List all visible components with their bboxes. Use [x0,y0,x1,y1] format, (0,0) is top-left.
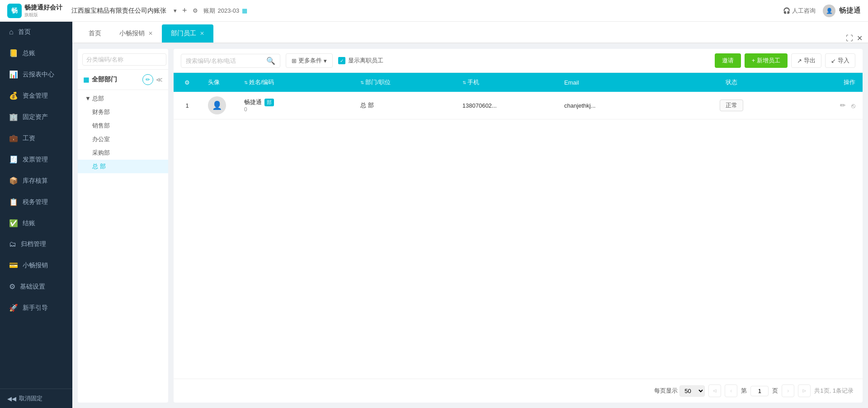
sidebar-item-xiaochang[interactable]: 💳 小畅报销 [0,255,72,276]
tab-xiaochang[interactable]: 小畅报销 ✕ [110,24,162,43]
sidebar-item-label: 归档管理 [21,240,46,248]
tab-dept-emp[interactable]: 部门员工 ✕ [162,24,213,43]
user-area[interactable]: 👤 畅捷通 [823,5,861,17]
dept-group-head[interactable]: ▼ 总部 [78,92,168,105]
emp-search-input[interactable] [186,57,264,64]
row-status: 正常 [688,92,775,119]
dept-search-area: 🔍 [78,49,168,70]
invite-button[interactable]: 邀请 [715,53,741,68]
page-suffix-label: 页 [772,387,778,395]
import-button[interactable]: ↙ 导入 [825,53,855,68]
sidebar-item-wages[interactable]: 💼 工资 [0,128,72,149]
account-period: 账期 2023-03 ▦ [203,7,248,15]
next-page-button[interactable]: › [782,384,794,397]
dept-item-purchase[interactable]: 采购部 [78,146,168,160]
plus-icon: + [182,6,187,15]
more-filter-button[interactable]: ⊞ 更多条件 ▾ [286,53,333,68]
th-avatar: 头像 [201,73,237,92]
prev-page-button[interactable]: ‹ [725,384,737,397]
row-name-code: 畅捷通 部 0 [237,92,353,119]
add-employee-button[interactable]: + 新增员工 [745,53,788,68]
xiaochang-icon: 💳 [9,261,18,270]
cancel-fixed-button[interactable]: ◀◀ 取消固定 [0,389,72,408]
row-avatar: 👤 [201,92,237,119]
page-input[interactable] [750,386,769,396]
th-name[interactable]: ⇅ 姓名/编码 [237,73,353,92]
emp-code: 0 [244,106,346,113]
dropdown-icon: ▾ [174,7,177,14]
sidebar-item-label: 基础设置 [20,283,45,291]
topbar-center: 江西服宝精品有限责任公司内账张 ▾ + ⚙ 账期 2023-03 ▦ [71,6,783,15]
dept-edit-button[interactable]: ✏ [142,74,153,85]
sidebar-item-label: 新手引导 [23,304,48,312]
logout-employee-button[interactable]: ⎋ [851,102,855,109]
support-button[interactable]: 🎧 人工咨询 [783,7,816,15]
dept-item-office[interactable]: 办公室 [78,133,168,146]
sidebar-item-tax[interactable]: 📋 税务管理 [0,191,72,213]
th-status: 状态 [688,73,775,92]
emp-search-box: 🔍 [181,54,280,68]
export-icon: ↗ [797,57,802,64]
sidebar-item-settle[interactable]: ✅ 结账 [0,213,72,234]
sidebar-item-label: 总账 [23,49,35,57]
sidebar-item-inventory[interactable]: 📦 库存核算 [0,170,72,191]
last-page-button[interactable]: ⊳ [798,384,811,397]
export-button[interactable]: ↗ 导出 [791,53,821,68]
dept-item-sales[interactable]: 销售部 [78,119,168,133]
page-prefix-label: 第 [741,387,747,395]
dept-grid-icon: ▦ [83,76,89,83]
company-dropdown-button[interactable]: ▾ [174,7,177,14]
guide-icon: 🚀 [9,304,18,312]
sidebar-item-invoice[interactable]: 🧾 发票管理 [0,149,72,170]
sidebar-item-ledger[interactable]: 📒 总账 [0,43,72,64]
sidebar-item-reports[interactable]: 📊 云报表中心 [0,64,72,85]
th-settings[interactable]: ⚙ [174,73,201,92]
restore-icon: ⛶ [846,34,853,42]
logo-subtitle: 旗舰版 [24,12,62,18]
first-page-button[interactable]: ⊲ [708,384,721,397]
dept-search-input[interactable] [82,53,166,66]
tax-icon: 📋 [9,198,18,206]
edit-employee-button[interactable]: ✏ [840,101,846,109]
sidebar-item-home[interactable]: ⌂ 首页 [0,22,72,43]
sidebar-item-settings[interactable]: ⚙ 基础设置 [0,276,72,297]
per-page-select[interactable]: 50 100 [679,385,705,397]
headset-icon: 🎧 [783,7,790,14]
sidebar-item-archive[interactable]: 🗂 归档管理 [0,234,72,255]
tab-dept-emp-close[interactable]: ✕ [200,30,204,37]
logo-title: 畅捷通好会计 [24,4,62,12]
dept-item-label: 采购部 [92,149,110,156]
settings-gear-button[interactable]: ⚙ [193,7,198,14]
sidebar-item-label: 工资 [23,134,35,142]
add-tab-button[interactable]: + [182,6,187,15]
dept-collapse-button[interactable]: ≪ [156,76,163,83]
th-dept[interactable]: ⇅ 部门/职位 [353,73,455,92]
settings-icon: ⚙ [184,79,190,86]
close-window-button[interactable]: ✕ [857,34,863,43]
dept-item-label: 总 部 [92,163,106,170]
emp-search-icon[interactable]: 🔍 [266,57,275,65]
pagination: 每页显示 50 100 ⊲ ‹ 第 页 [174,379,863,403]
employee-table: ⚙ 头像 ⇅ 姓名/编码 ⇅ [174,73,863,119]
avatar: 👤 [208,96,226,114]
sidebar-item-assets[interactable]: 🏢 固定资产 [0,106,72,128]
dept-item-general[interactable]: 总 部 [78,160,168,173]
user-name: 畅捷通 [839,6,861,15]
row-dept: 总 部 [353,92,455,119]
dept-item-finance[interactable]: 财务部 [78,105,168,119]
show-resigned-checkbox[interactable]: ✓ 显示离职员工 [338,57,383,65]
gear-icon: ⚙ [193,7,198,14]
prev-page-icon: ‹ [730,388,732,394]
sidebar-item-funds[interactable]: 💰 资金管理 [0,85,72,106]
user-avatar: 👤 [823,5,835,17]
emp-table: ⚙ 头像 ⇅ 姓名/编码 ⇅ [174,73,863,379]
sort-icon: ⇅ [244,80,249,85]
row-actions: ✏ ⎋ [775,92,863,119]
th-phone[interactable]: ⇅ 手机 [455,73,557,92]
calendar-button[interactable]: ▦ [242,7,247,14]
restore-window-button[interactable]: ⛶ [846,34,853,43]
tab-xiaochang-close[interactable]: ✕ [148,30,153,37]
tab-home[interactable]: 首页 [80,24,110,43]
sidebar-item-guide[interactable]: 🚀 新手引导 [0,297,72,318]
table-header: ⚙ 头像 ⇅ 姓名/编码 ⇅ [174,73,863,92]
